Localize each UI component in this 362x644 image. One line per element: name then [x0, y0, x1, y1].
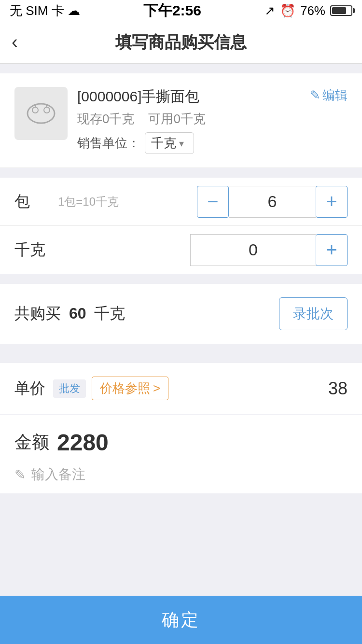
price-row: 单价 批发 价格参照 > 38 — [0, 363, 362, 414]
qianke-stepper: + — [190, 234, 348, 266]
total-unit: 千克 — [94, 305, 125, 322]
svg-point-0 — [28, 104, 55, 123]
unit-selector[interactable]: 千克 ▾ — [145, 132, 194, 154]
price-ref-label: 价格参照 — [100, 380, 150, 397]
svg-point-1 — [32, 107, 38, 113]
qianke-input[interactable] — [190, 234, 316, 266]
product-name-row: [0000006]手撕面包 ✎ 编辑 — [77, 87, 348, 107]
bao-input[interactable] — [229, 186, 316, 218]
product-card: [0000006]手撕面包 ✎ 编辑 现存0千克 可用0千克 销售单位： 千克 … — [0, 73, 362, 168]
back-button[interactable]: ‹ — [12, 32, 18, 53]
bao-minus-button[interactable]: − — [197, 186, 229, 218]
bao-sublabel: 1包=10千克 — [58, 194, 119, 210]
remark-row[interactable]: ✎ 输入备注 — [14, 465, 348, 484]
stock-current: 现存0千克 — [77, 112, 134, 126]
total-text: 共购买 60 千克 — [14, 303, 125, 324]
qianke-row: 千克 + — [0, 226, 362, 274]
battery-icon — [330, 5, 352, 16]
section-divider-3 — [0, 274, 362, 284]
remark-icon: ✎ — [14, 467, 26, 483]
unit-value: 千克 — [151, 135, 176, 152]
alarm-icon: ⏰ — [280, 3, 295, 18]
product-stock: 现存0千克 可用0千克 — [77, 111, 348, 127]
amount-section: 金额 2280 ✎ 输入备注 — [0, 415, 362, 493]
bao-section: 包 1包=10千克 − + 千克 + — [0, 178, 362, 274]
price-value: 38 — [328, 378, 348, 399]
battery-label: 76% — [300, 3, 325, 18]
amount-label: 金额 — [14, 431, 49, 454]
total-prefix: 共购买 — [14, 305, 61, 322]
section-divider-2 — [0, 168, 362, 178]
product-unit-row: 销售单位： 千克 ▾ — [77, 132, 348, 154]
page-title: 填写商品购买信息 — [115, 31, 247, 54]
section-divider-4 — [0, 344, 362, 353]
bao-row: 包 1包=10千克 − + — [0, 178, 362, 226]
price-label: 单价 — [14, 378, 45, 399]
bao-label: 包 — [14, 191, 53, 212]
chevron-down-icon: ▾ — [179, 138, 184, 149]
confirm-button[interactable]: 确定 — [0, 596, 362, 644]
status-time: 下午2:56 — [143, 1, 201, 21]
product-name: [0000006]手撕面包 — [77, 87, 310, 107]
stock-available: 可用0千克 — [148, 112, 205, 126]
bao-plus-button[interactable]: + — [316, 186, 348, 218]
product-info: [0000006]手撕面包 ✎ 编辑 现存0千克 可用0千克 销售单位： 千克 … — [77, 87, 348, 154]
record-batch-button[interactable]: 录批次 — [279, 297, 348, 330]
bao-stepper: − + — [197, 186, 348, 218]
status-right: ↗ ⏰ 76% — [265, 3, 352, 18]
edit-icon: ✎ — [310, 88, 320, 103]
section-divider-1 — [0, 64, 362, 73]
confirm-btn-container: 确定 — [0, 596, 362, 644]
edit-label: 编辑 — [322, 87, 348, 104]
location-icon: ↗ — [265, 3, 275, 18]
svg-point-2 — [44, 107, 50, 113]
total-amount: 60 — [69, 305, 86, 322]
price-batch-tag: 批发 — [53, 379, 86, 398]
amount-row: 金额 2280 — [14, 429, 348, 456]
nav-bar: ‹ 填写商品购买信息 — [0, 21, 362, 64]
qianke-label: 千克 — [14, 239, 53, 261]
status-bar: 无 SIM 卡 ☁ 下午2:56 ↗ ⏰ 76% — [0, 0, 362, 21]
status-left: 无 SIM 卡 ☁ — [10, 2, 80, 19]
unit-label: 销售单位： — [77, 135, 140, 152]
amount-value: 2280 — [57, 429, 109, 456]
total-row: 共购买 60 千克 录批次 — [0, 284, 362, 344]
product-image — [14, 87, 68, 140]
price-ref-icon: > — [153, 381, 160, 396]
price-ref-button[interactable]: 价格参照 > — [92, 377, 168, 400]
edit-button[interactable]: ✎ 编辑 — [310, 87, 348, 104]
remark-placeholder[interactable]: 输入备注 — [31, 465, 85, 484]
qianke-plus-button[interactable]: + — [316, 234, 348, 266]
sim-label: 无 SIM 卡 ☁ — [10, 2, 80, 19]
